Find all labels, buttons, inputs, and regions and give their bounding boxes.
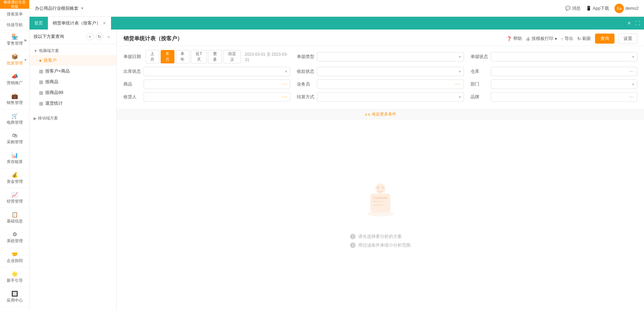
left-panel-actions: + ↻ « <box>86 33 112 40</box>
sidebar-item-label: 应用中心 <box>7 298 23 303</box>
settings-button[interactable]: 设置 <box>619 34 637 44</box>
brand-select[interactable]: ··· <box>491 92 637 102</box>
print-dropdown-icon: ▾ <box>555 36 557 41</box>
sidebar-item-apps[interactable]: 🔲 应用中心 <box>0 287 29 307</box>
receiver-select[interactable]: ··· <box>144 92 290 102</box>
filter-section: 单据日期 上月 本月 本年 近7天 更多 自定义 2023-03-01 至 20… <box>117 46 644 109</box>
sidebar-item-operation[interactable]: 📈 经营管理 <box>0 188 29 208</box>
sidebar-item-label: 销售管理 <box>7 100 23 106</box>
newbie-icon: 🌟 <box>11 271 18 277</box>
finance-icon: 💰 <box>11 172 18 178</box>
help-button[interactable]: ❓ 帮助 <box>506 36 522 42</box>
sidebar-item-enterprise[interactable]: 🤝 企业协同 <box>0 248 29 267</box>
empty-hint: 1 请先选择要分析的方案 2 用过滤条件来缩小分析范围 <box>350 232 411 250</box>
tab-expand-icon[interactable]: ⛶ <box>635 20 640 26</box>
chevron-down-icon: ▾ <box>459 69 461 74</box>
tab-close-icon[interactable]: ✕ <box>103 21 106 25</box>
tree-group-label-text: 移动端方案 <box>38 115 58 121</box>
more-icon: ··· <box>629 94 634 100</box>
user-profile[interactable]: Ea demo2 <box>614 4 639 13</box>
filter-row-3: 商品 ··· 业务员 ··· 部门 <box>123 80 637 89</box>
salesperson-select[interactable]: ··· <box>317 80 464 89</box>
product-select[interactable]: ··· <box>144 80 290 89</box>
tree-item-by-customer[interactable]: ● 按客户 <box>30 55 116 66</box>
tab-expand-area: ✕ ⛶ <box>623 17 644 30</box>
brand-label: 品牌 <box>471 94 491 100</box>
tree-item-label: 按商品 <box>45 79 58 85</box>
empty-hint-1: 请先选择要分析的方案 <box>358 234 402 239</box>
sidebar-item-basic[interactable]: 📋 基础信息 <box>0 208 29 228</box>
department-label: 部门 <box>471 81 491 87</box>
refresh-scheme-button[interactable]: ↻ <box>96 33 103 40</box>
tab-sales-stats[interactable]: 销货单统计表（按客户） ✕ <box>48 17 111 30</box>
more-icon: ··· <box>455 81 461 87</box>
user-name: demo2 <box>625 6 639 11</box>
chevron-left-icon: « <box>107 34 110 39</box>
header-dropdown-icon[interactable]: ▾ <box>81 6 84 11</box>
filter-row-1: 单据日期 上月 本月 本年 近7天 更多 自定义 2023-03-01 至 20… <box>123 50 637 63</box>
order-type-select[interactable]: ▾ <box>317 52 464 61</box>
help-label: 帮助 <box>513 36 522 42</box>
sidebar-item-sales[interactable]: 💼 销售管理 <box>0 90 29 109</box>
payment-select[interactable]: ▾ <box>317 92 464 102</box>
tree-section-desktop: ▼ 电脑端方案 ● 按客户 ▦ 按客户+商品 ▦ 按商品 ▦ 按商品99 <box>30 44 116 111</box>
sidebar-item-retail[interactable]: 🏪 零售管理 ▶ <box>0 30 29 50</box>
date-more[interactable]: 更多 <box>208 50 222 63</box>
export-label: 导出 <box>565 36 573 42</box>
date-this-month[interactable]: 本月 <box>161 50 174 63</box>
more-icon: ··· <box>629 68 634 74</box>
sidebar-item-wechat[interactable]: 💬 企业微信 <box>0 307 29 310</box>
sidebar-item-wholesale[interactable]: 📦 批发管理 ▼ <box>0 50 29 70</box>
date-this-year[interactable]: 本年 <box>176 50 190 63</box>
query-button[interactable]: 查询 <box>595 34 614 44</box>
add-scheme-button[interactable]: + <box>86 33 94 40</box>
date-last-7-days[interactable]: 近7天 <box>191 50 207 63</box>
sidebar-item-label: 新手引导 <box>7 278 23 283</box>
enterprise-icon: 🤝 <box>11 251 18 257</box>
chevron-down-icon: ▾ <box>285 69 287 74</box>
date-filter-cell: 单据日期 上月 本月 本年 近7天 更多 自定义 2023-03-01 至 20… <box>123 50 290 63</box>
app-download-button[interactable]: 📱 App下载 <box>586 5 609 11</box>
sidebar-item-inventory[interactable]: 📊 库存核算 <box>0 149 29 168</box>
tab-close-all-icon[interactable]: ✕ <box>627 20 631 26</box>
title-actions: ❓ 帮助 🖨 按模板打印 ▾ ↑ 导出 ↻ 刷新 <box>506 34 638 44</box>
sidebar-item-ecommerce[interactable]: 🛒 电商管理 <box>0 109 29 129</box>
print-button[interactable]: 🖨 按模板打印 ▾ <box>526 36 557 42</box>
message-button[interactable]: 💬 消息 <box>565 5 581 11</box>
chevron-down-icon: ▾ <box>632 82 634 87</box>
date-custom[interactable]: 自定义 <box>223 50 240 63</box>
tree-item-by-product99[interactable]: ▦ 按商品99 <box>30 87 116 98</box>
sidebar-item-label: 电商管理 <box>7 120 23 125</box>
sidebar-item-purchase[interactable]: 🛍 采购管理 <box>0 129 29 149</box>
refresh-button[interactable]: ↻ 刷新 <box>577 36 591 42</box>
tree-item-return-stats[interactable]: ▦ 退货统计 <box>30 98 116 109</box>
sidebar-item-marketing[interactable]: 📣 营销推广 <box>0 70 29 90</box>
receipt-status-select[interactable]: ▾ <box>317 67 464 76</box>
receipt-status-label: 收款状态 <box>297 68 317 74</box>
collapse-panel-button[interactable]: « <box>105 33 112 40</box>
brand-cell: 品牌 ··· <box>471 92 637 102</box>
sidebar-item-finance[interactable]: 💰 资金管理 <box>0 168 29 188</box>
sidebar-item-newbie[interactable]: 🌟 新手引导 <box>0 267 29 287</box>
page-title-bar: 销货单统计表（按客户） ❓ 帮助 🖨 按模板打印 ▾ ↑ 导出 <box>117 30 644 46</box>
out-status-select[interactable]: ▾ <box>144 67 290 76</box>
quick-nav[interactable]: 快捷导航 <box>0 20 29 30</box>
tree-item-by-customer-product[interactable]: ▦ 按客户+商品 <box>30 66 116 76</box>
collapse-bar[interactable]: ∧∧ 收起更多条件 <box>117 109 644 119</box>
search-menu[interactable]: 搜索菜单 <box>0 9 29 20</box>
tree-item-label: 退货统计 <box>45 100 63 106</box>
empty-hint-2: 用过滤条件来缩小分析范围 <box>358 243 411 248</box>
order-status-select[interactable]: ▾ <box>491 52 637 61</box>
tree-toggle-mobile[interactable]: ▶ <box>34 116 37 121</box>
warehouse-select[interactable]: ··· <box>491 67 637 76</box>
filter-row-2: 出库状态 ▾ 收款状态 ▾ 仓库 <box>123 67 637 76</box>
export-button[interactable]: ↑ 导出 <box>561 36 574 42</box>
tree-item-by-product[interactable]: ▦ 按商品 <box>30 76 116 87</box>
product-label: 商品 <box>123 81 144 87</box>
tab-home[interactable]: 首页 <box>30 17 48 30</box>
date-last-month[interactable]: 上月 <box>146 50 159 63</box>
chevron-up-icon: ∧∧ <box>365 112 371 117</box>
department-select[interactable]: ▾ <box>491 80 637 89</box>
sidebar-item-system[interactable]: ⚙ 系统管理 <box>0 228 29 248</box>
tree-toggle-desktop[interactable]: ▼ <box>34 49 38 53</box>
